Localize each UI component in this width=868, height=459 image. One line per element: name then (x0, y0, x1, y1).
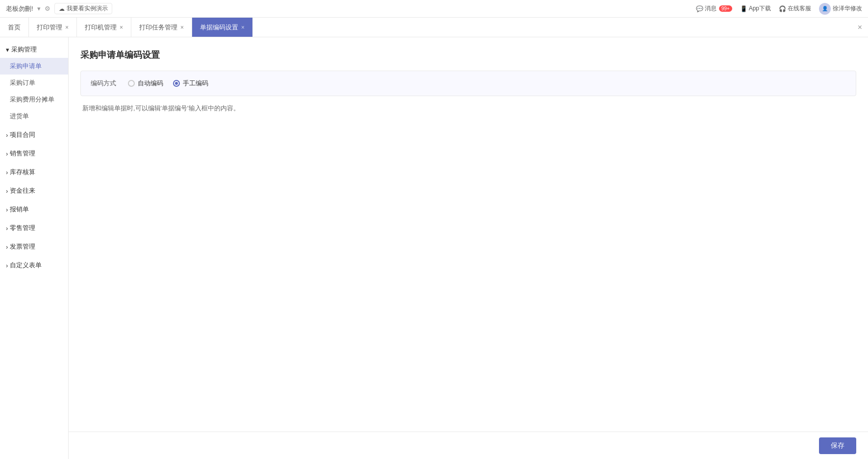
tab-close-all-btn[interactable]: × (852, 18, 868, 37)
tab-home[interactable]: 首页 (0, 18, 29, 37)
form-row-coding: 编码方式 自动编码 手工编码 (91, 79, 846, 88)
hint-text: 新增和编辑单据时,可以编辑'单据编号'输入框中的内容。 (80, 104, 856, 113)
tab-printer-management-label: 打印机管理 (85, 23, 117, 32)
sidebar-group-retail: › 零售管理 (0, 220, 68, 236)
sidebar-group-fund: › 资金往来 (0, 182, 68, 199)
sidebar-item-purchase-expense[interactable]: 采购费用分摊单 (0, 91, 68, 108)
user-info[interactable]: 👤 徐泽华修改 (819, 3, 862, 15)
tab-print-management-label: 打印管理 (37, 23, 62, 32)
sidebar-group-purchase: ▾ 采购管理 采购申请单 采购订单 采购费用分摊单 进货单 (0, 41, 68, 125)
sidebar-item-purchase-request-label: 采购申请单 (10, 62, 42, 70)
tab-print-task-label: 打印任务管理 (139, 23, 177, 32)
sidebar-group-purchase-title[interactable]: ▾ 采购管理 (0, 41, 68, 58)
sidebar-group-expense: › 报销单 (0, 201, 68, 218)
message-label: 消息 (705, 4, 717, 13)
app-download-label: App下载 (749, 4, 771, 13)
inventory-group-label: 库存核算 (10, 168, 35, 177)
expense-group-label: 报销单 (10, 205, 29, 214)
content-body: 采购申请单编码设置 编码方式 自动编码 手工编码 (69, 37, 868, 432)
radio-auto-label: 自动编码 (138, 79, 163, 88)
sales-group-label: 销售管理 (10, 149, 35, 158)
message-btn[interactable]: 💬 消息 99+ (696, 4, 732, 13)
demo-button[interactable]: ☁ 我要看实例演示 (54, 3, 112, 14)
sidebar-group-invoice-title[interactable]: › 发票管理 (0, 238, 68, 255)
page-title: 采购申请单编码设置 (80, 49, 856, 61)
inventory-arrow-icon: › (6, 169, 8, 176)
sidebar-item-purchase-stock[interactable]: 进货单 (0, 108, 68, 125)
demo-cloud-icon: ☁ (59, 5, 65, 12)
fund-group-label: 资金往来 (10, 186, 35, 195)
project-group-label: 项目合同 (10, 130, 35, 139)
radio-manual-circle (173, 80, 180, 87)
custom-group-label: 自定义表单 (10, 261, 42, 270)
radio-auto[interactable]: 自动编码 (128, 79, 163, 88)
tab-barcode-settings-label: 单据编码设置 (200, 23, 238, 32)
sidebar-group-inventory: › 库存核算 (0, 164, 68, 180)
tab-printer-management-close[interactable]: × (120, 24, 123, 31)
top-bar-left: 老板勿刪! ▾ ⚙ ☁ 我要看实例演示 (6, 3, 112, 14)
tab-print-management[interactable]: 打印管理 × (29, 18, 77, 37)
form-section: 编码方式 自动编码 手工编码 (80, 71, 856, 96)
sidebar-item-purchase-order-label: 采购订单 (10, 79, 35, 86)
message-badge: 99+ (719, 5, 732, 12)
sidebar-item-purchase-order[interactable]: 采购订单 (0, 75, 68, 91)
radio-manual[interactable]: 手工编码 (173, 79, 208, 88)
avatar-icon: 👤 (822, 6, 828, 11)
invoice-arrow-icon: › (6, 243, 8, 251)
sidebar-group-fund-title[interactable]: › 资金往来 (0, 182, 68, 199)
sidebar-group-custom: › 自定义表单 (0, 257, 68, 274)
tab-printer-management[interactable]: 打印机管理 × (77, 18, 131, 37)
purchase-arrow-icon: ▾ (6, 46, 9, 53)
sidebar-group-sales-title[interactable]: › 销售管理 (0, 145, 68, 162)
app-download-btn[interactable]: 📱 App下载 (740, 4, 771, 13)
coding-label: 编码方式 (91, 79, 116, 88)
purchase-group-label: 采购管理 (11, 45, 37, 54)
sidebar-group-project: › 项目合同 (0, 127, 68, 143)
main-layout: ▾ 采购管理 采购申请单 采购订单 采购费用分摊单 进货单 › 项目合同 (0, 37, 868, 459)
tab-print-management-close[interactable]: × (65, 24, 69, 31)
expense-arrow-icon: › (6, 206, 8, 213)
radio-auto-circle (128, 80, 135, 87)
sidebar-group-custom-title[interactable]: › 自定义表单 (0, 257, 68, 274)
sidebar: ▾ 采购管理 采购申请单 采购订单 采购费用分摊单 进货单 › 项目合同 (0, 37, 69, 459)
retail-arrow-icon: › (6, 225, 8, 232)
save-button[interactable]: 保存 (819, 437, 856, 454)
tab-barcode-settings[interactable]: 单据编码设置 × (192, 18, 253, 37)
sidebar-group-retail-title[interactable]: › 零售管理 (0, 220, 68, 236)
sidebar-item-purchase-request[interactable]: 采购申请单 (0, 58, 68, 75)
content-area: 采购申请单编码设置 编码方式 自动编码 手工编码 (69, 37, 868, 459)
invoice-group-label: 发票管理 (10, 242, 35, 251)
message-icon: 💬 (696, 5, 703, 12)
sidebar-group-invoice: › 发票管理 (0, 238, 68, 255)
top-bar: 老板勿刪! ▾ ⚙ ☁ 我要看实例演示 💬 消息 99+ 📱 App下载 🎧 在… (0, 0, 868, 18)
sidebar-item-purchase-expense-label: 采购费用分摊单 (10, 96, 54, 103)
online-service-label: 在线客服 (788, 4, 811, 13)
fund-arrow-icon: › (6, 187, 8, 195)
sidebar-item-purchase-stock-label: 进货单 (10, 112, 29, 120)
sidebar-group-sales: › 销售管理 (0, 145, 68, 162)
tab-barcode-settings-close[interactable]: × (241, 24, 245, 31)
top-bar-right: 💬 消息 99+ 📱 App下载 🎧 在线客服 👤 徐泽华修改 (696, 3, 862, 15)
sidebar-group-project-title[interactable]: › 项目合同 (0, 127, 68, 143)
tab-print-task-close[interactable]: × (180, 24, 184, 31)
project-arrow-icon: › (6, 131, 8, 139)
user-name: 徐泽华修改 (833, 4, 862, 13)
online-service-btn[interactable]: 🎧 在线客服 (779, 4, 811, 13)
custom-arrow-icon: › (6, 262, 8, 269)
demo-btn-label: 我要看实例演示 (67, 4, 108, 13)
tab-print-task[interactable]: 打印任务管理 × (131, 18, 192, 37)
sidebar-group-expense-title[interactable]: › 报销单 (0, 201, 68, 218)
radio-manual-label: 手工编码 (183, 79, 208, 88)
headset-icon: 🎧 (779, 5, 786, 12)
avatar: 👤 (819, 3, 831, 15)
content-footer: 保存 (69, 432, 868, 459)
settings-icon[interactable]: ⚙ (45, 5, 50, 12)
retail-group-label: 零售管理 (10, 224, 35, 232)
app-download-icon: 📱 (740, 5, 747, 12)
app-title: 老板勿刪! (6, 4, 33, 13)
sales-arrow-icon: › (6, 150, 8, 157)
tab-home-label: 首页 (8, 23, 21, 32)
radio-group: 自动编码 手工编码 (128, 79, 208, 88)
dropdown-icon[interactable]: ▾ (37, 5, 41, 12)
sidebar-group-inventory-title[interactable]: › 库存核算 (0, 164, 68, 180)
